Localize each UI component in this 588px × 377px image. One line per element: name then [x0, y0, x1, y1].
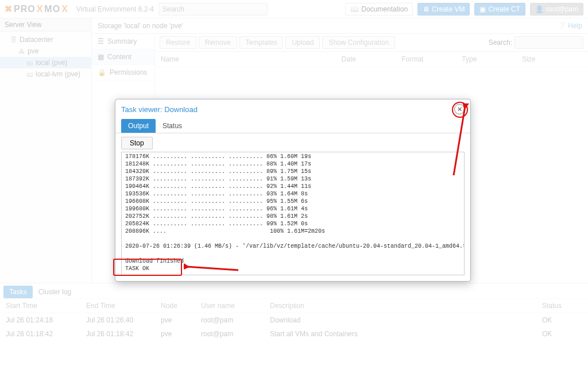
modal-title: Task viewer: Download — [121, 105, 198, 114]
download-log-output[interactable]: 172032K .......... .......... ..........… — [121, 152, 465, 275]
modal-tab-output[interactable]: Output — [121, 119, 156, 133]
task-viewer-modal: Task viewer: Download ✕ Output Status St… — [115, 99, 471, 282]
modal-close-button[interactable]: ✕ — [454, 104, 465, 114]
stop-button[interactable]: Stop — [121, 137, 153, 149]
modal-tab-status[interactable]: Status — [156, 119, 189, 133]
close-icon: ✕ — [457, 106, 462, 113]
